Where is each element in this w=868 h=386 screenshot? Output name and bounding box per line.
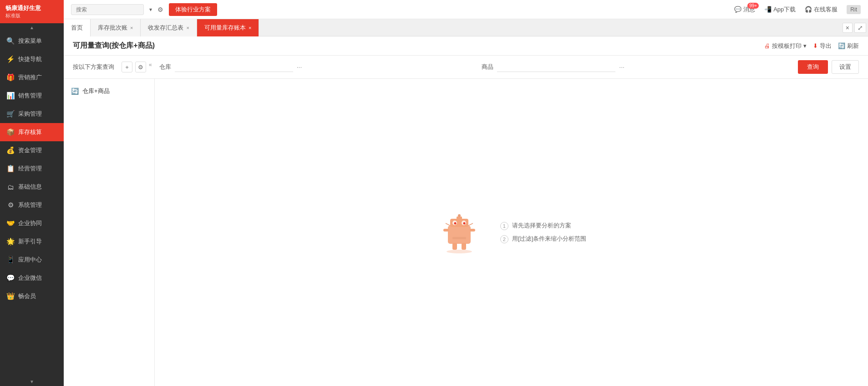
tip-text-2: 用[过滤]条件来缩小分析范围 xyxy=(512,235,586,243)
sidebar-item-member[interactable]: 👑 畅会员 xyxy=(0,287,64,305)
page-title: 可用量查询(按仓库+商品) xyxy=(73,41,155,51)
empty-illustration: 1 请先选择要分析的方案 2 用[过滤]条件来缩小分析范围 xyxy=(437,210,586,255)
sidebar-item-operations[interactable]: 📋 经营管理 xyxy=(0,160,64,178)
warehouse-label: 仓库 xyxy=(159,63,171,71)
tip-num-2: 2 xyxy=(500,235,508,243)
sidebar-item-purchase[interactable]: 🛒 采购管理 xyxy=(0,105,64,123)
settings-button[interactable]: 设置 xyxy=(832,60,859,74)
query-button[interactable]: 查询 xyxy=(798,60,828,74)
main-content: ▾ ⚙ 体验行业方案 💬 消息 99+ 📲 App下载 🎧 在线客服 Rit 首… xyxy=(64,0,868,386)
mobile-icon: 📱 xyxy=(6,256,15,264)
warehouse-filter-field: 仓库 ··· xyxy=(159,62,468,72)
trial-button[interactable]: 体验行业方案 xyxy=(169,3,217,16)
tab-available-ledger[interactable]: 可用量库存账本 × xyxy=(197,19,259,36)
svg-rect-12 xyxy=(462,243,466,250)
product-input[interactable] xyxy=(497,62,615,72)
sidebar-nav: 🔍 搜索菜单 ⚡ 快捷导航 🎁 营销推广 📊 销售管理 🛒 采购管理 📦 库存核… xyxy=(0,32,64,377)
robot-illustration xyxy=(437,210,482,255)
scroll-down-btn[interactable]: ▼ xyxy=(0,377,64,386)
print-action-btn[interactable]: 🖨 按模板打印 ▾ xyxy=(764,42,807,50)
cart-icon: 🛒 xyxy=(6,110,15,118)
sidebar-item-app-center[interactable]: 📱 应用中心 xyxy=(0,251,64,269)
filter-actions: + ⚙ « xyxy=(122,62,152,72)
box-icon: 📦 xyxy=(6,128,15,136)
restore-tab-btn[interactable]: ⤢ xyxy=(854,23,866,33)
tab-available-ledger-close-icon[interactable]: × xyxy=(249,25,251,31)
print-dropdown-icon[interactable]: ▾ xyxy=(803,42,807,49)
product-more-icon[interactable]: ··· xyxy=(619,63,624,71)
scheme-item-warehouse-product[interactable]: 🔄 仓库+商品 xyxy=(64,83,154,99)
app-version: 标准版 xyxy=(5,12,58,19)
tab-batch-ledger[interactable]: 库存批次账 × xyxy=(91,19,141,36)
online-service-btn[interactable]: 🎧 在线客服 xyxy=(805,5,838,14)
edit-scheme-btn[interactable]: ⚙ xyxy=(135,62,146,72)
sidebar-item-inventory[interactable]: 📦 库存核算 xyxy=(0,123,64,141)
app-name: 畅康通好生意 xyxy=(5,5,58,12)
sidebar-item-sales[interactable]: 📊 销售管理 xyxy=(0,87,64,105)
sidebar: 畅康通好生意 标准版 ▲ 🔍 搜索菜单 ⚡ 快捷导航 🎁 营销推广 📊 销售管理… xyxy=(0,0,64,386)
bell-icon: 💬 xyxy=(734,6,741,13)
sidebar-item-label: 企业微信 xyxy=(18,274,42,282)
tip-item-2: 2 用[过滤]条件来缩小分析范围 xyxy=(500,235,586,243)
topbar-search-input[interactable] xyxy=(71,4,144,15)
sidebar-item-label: 采购管理 xyxy=(18,110,42,118)
sidebar-item-label: 系统管理 xyxy=(18,201,42,209)
tab-receive-summary-close-icon[interactable]: × xyxy=(186,25,189,31)
scheme-icon: 🔄 xyxy=(71,87,79,95)
scheme-item-label: 仓库+商品 xyxy=(82,87,110,95)
refresh-label: 刷新 xyxy=(847,42,859,50)
sidebar-item-system[interactable]: ⚙ 系统管理 xyxy=(0,196,64,214)
svg-line-14 xyxy=(468,223,473,226)
svg-rect-11 xyxy=(452,243,457,250)
app-logo: 畅康通好生意 标准版 xyxy=(0,0,64,23)
sidebar-item-base-info[interactable]: 🗂 基础信息 xyxy=(0,178,64,196)
sidebar-item-label: 销售管理 xyxy=(18,92,42,100)
sidebar-item-enterprise[interactable]: 🤝 企业协同 xyxy=(0,214,64,232)
empty-tips: 1 请先选择要分析的方案 2 用[过滤]条件来缩小分析范围 xyxy=(500,221,586,243)
warehouse-input[interactable] xyxy=(175,62,293,72)
filter-row: 按以下方案查询 + ⚙ « 仓库 ··· 商品 ··· xyxy=(73,60,859,74)
close-tab-btn[interactable]: × xyxy=(843,23,853,33)
header-actions: 🖨 按模板打印 ▾ ⬇ 导出 🔄 刷新 xyxy=(764,42,859,50)
settings-icon[interactable]: ⚙ xyxy=(157,6,163,13)
user-avatar[interactable]: Rit xyxy=(847,5,861,14)
tab-batch-ledger-label: 库存批次账 xyxy=(98,24,127,32)
sidebar-item-shortcut[interactable]: ⚡ 快捷导航 xyxy=(0,50,64,68)
warehouse-more-icon[interactable]: ··· xyxy=(297,63,302,71)
app-label: App下载 xyxy=(773,5,796,14)
topbar: ▾ ⚙ 体验行业方案 💬 消息 99+ 📲 App下载 🎧 在线客服 Rit xyxy=(64,0,868,19)
gift-icon: 🎁 xyxy=(6,73,15,82)
tab-home-label: 首页 xyxy=(71,24,83,32)
message-btn[interactable]: 💬 消息 99+ xyxy=(734,5,755,14)
scroll-up-btn[interactable]: ▲ xyxy=(0,23,64,32)
folder-icon: 🗂 xyxy=(6,183,15,191)
refresh-action-btn[interactable]: 🔄 刷新 xyxy=(838,42,859,50)
sidebar-item-search[interactable]: 🔍 搜索菜单 xyxy=(0,32,64,50)
tip-num-1: 1 xyxy=(500,222,508,230)
export-action-btn[interactable]: ⬇ 导出 xyxy=(813,42,832,50)
sidebar-item-newbie[interactable]: 🌟 新手引导 xyxy=(0,232,64,251)
collapse-filter-btn[interactable]: « xyxy=(149,62,152,72)
headphone-icon: 🎧 xyxy=(805,6,812,13)
tab-batch-ledger-close-icon[interactable]: × xyxy=(130,25,133,31)
tab-receive-summary[interactable]: 收发存汇总表 × xyxy=(141,19,197,36)
sidebar-item-marketing[interactable]: 🎁 营销推广 xyxy=(0,68,64,87)
tab-controls: × ⤢ xyxy=(843,23,868,33)
svg-rect-9 xyxy=(443,229,449,232)
sidebar-item-label: 企业协同 xyxy=(18,219,42,227)
add-scheme-btn[interactable]: + xyxy=(122,62,132,72)
dropdown-arrow-icon[interactable]: ▾ xyxy=(149,6,152,13)
svg-rect-6 xyxy=(457,216,462,220)
app-download-btn[interactable]: 📲 App下载 xyxy=(764,5,796,14)
export-icon: ⬇ xyxy=(813,42,818,49)
print-label: 按模板打印 xyxy=(772,42,802,50)
tab-home[interactable]: 首页 xyxy=(64,19,91,36)
star-icon: 🌟 xyxy=(6,237,15,246)
sidebar-item-label: 库存核算 xyxy=(18,128,42,136)
sidebar-item-label: 搜索菜单 xyxy=(18,37,42,45)
filter-scheme-label: 按以下方案查询 xyxy=(73,63,114,71)
service-label: 在线客服 xyxy=(814,5,838,14)
sidebar-item-finance[interactable]: 💰 资金管理 xyxy=(0,141,64,160)
sidebar-item-wechat[interactable]: 💬 企业微信 xyxy=(0,269,64,287)
page-area: 可用量查询(按仓库+商品) 🖨 按模板打印 ▾ ⬇ 导出 🔄 刷新 xyxy=(64,36,868,386)
